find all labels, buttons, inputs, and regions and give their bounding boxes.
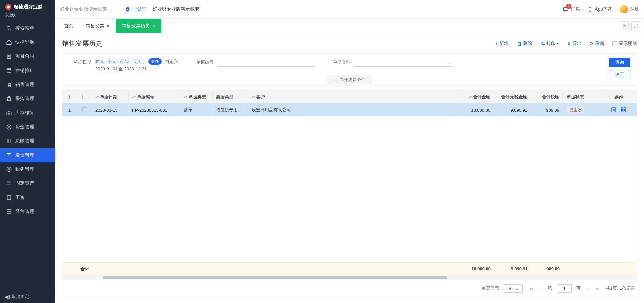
nav-label: 搜索菜单	[15, 25, 34, 31]
topbar-actions: 1 消息 App下载 珠珠	[562, 5, 639, 13]
col-amount[interactable]: ▴▾合计金额	[457, 91, 494, 103]
cell-ops	[600, 103, 637, 116]
nav-label: 快捷导航	[15, 39, 34, 45]
last-page-button[interactable]: ⏭	[594, 286, 601, 291]
asset-icon	[6, 180, 12, 186]
nav-assets[interactable]: 固定资产	[0, 176, 55, 190]
row-index: 1	[62, 103, 77, 116]
chip-today[interactable]: 今天	[107, 59, 116, 65]
nav-business[interactable]: 经营管理	[0, 205, 55, 219]
nav-contract[interactable]: 项目合同	[0, 49, 55, 63]
nav-quick[interactable]: 快捷导航	[0, 35, 55, 49]
col-noamt-label: 合计无税金额	[501, 94, 527, 100]
nav-purchase[interactable]: 采购管理	[0, 92, 55, 106]
sidebar-collapse[interactable]: ◀‖ 取消固定	[0, 290, 55, 303]
cell-btype: 蓝单	[180, 103, 213, 116]
chip-yesterday[interactable]: 昨天	[95, 59, 104, 65]
close-icon[interactable]: ✕	[106, 24, 110, 28]
messages-button[interactable]: 1 消息	[562, 6, 580, 12]
close-icon[interactable]: ✕	[152, 24, 155, 28]
nav-ledger[interactable]: 总账管理	[0, 134, 55, 148]
type-select[interactable]: ⌄	[355, 58, 452, 67]
show-detail-toggle[interactable]: 显示明细	[612, 41, 637, 47]
tab-home[interactable]: 首页	[58, 19, 79, 33]
verified-label: 已认证	[132, 6, 147, 12]
query-button[interactable]: 查询	[609, 58, 630, 67]
expand-filters-button[interactable]: ⌄展开更多条件	[327, 75, 372, 84]
home-icon	[6, 39, 12, 45]
refresh-button[interactable]: ⟳刷新	[590, 41, 604, 47]
chip-1month[interactable]: 近1月	[134, 59, 145, 65]
print-icon: 🖶	[540, 41, 545, 46]
trash-icon: 🗑	[517, 41, 522, 46]
invoice-icon	[6, 152, 12, 158]
nav-search[interactable]: 搜索菜单	[0, 21, 55, 35]
col-select-all[interactable]	[77, 91, 92, 103]
add-button[interactable]: +新增	[495, 41, 509, 47]
totals-label: 合计:	[77, 263, 107, 275]
verified-badge: 已认证	[125, 6, 147, 12]
qr-icon[interactable]	[620, 107, 626, 113]
nav-label: 资金管理	[15, 124, 34, 130]
refresh-label: 刷新	[595, 41, 604, 47]
fullscreen-button[interactable]: ⛶	[631, 21, 640, 30]
close-all-tabs-button[interactable]: ✕	[620, 21, 629, 30]
horizontal-scrollbar[interactable]	[62, 275, 637, 280]
col-btype[interactable]: ▴▾单据类型	[180, 91, 213, 103]
nav-salary[interactable]: 工资	[0, 190, 55, 205]
code-input[interactable]	[218, 58, 315, 67]
next-page-button[interactable]: ›	[585, 286, 589, 291]
tab-label: 销售发票历史	[122, 23, 150, 29]
export-button[interactable]: ⇩导出	[567, 41, 582, 47]
view-icon[interactable]	[611, 107, 617, 113]
account-name: 好业财专业版演示帐套	[153, 6, 200, 12]
cell-status: 已生效	[563, 103, 600, 116]
book-icon	[6, 138, 12, 144]
chip-more[interactable]: 更多	[148, 58, 162, 65]
prev-page-button[interactable]: ‹	[539, 286, 543, 291]
nav-sales[interactable]: 销售管理	[0, 78, 55, 92]
account-selector[interactable]: 好业财专业版演示帐套 ⌄	[60, 6, 119, 12]
app-download-button[interactable]: App下载	[587, 6, 612, 12]
page-input[interactable]	[557, 284, 572, 293]
svg-rect-16	[7, 154, 11, 157]
brand: 畅捷通好业财	[0, 0, 55, 13]
settings-button[interactable]: 设置	[609, 70, 630, 79]
invoice-link[interactable]: FP-20230313-001	[132, 107, 167, 113]
chip-custom[interactable]: 自定义	[165, 59, 178, 65]
col-customer[interactable]: ▴▾客户	[248, 91, 457, 103]
print-button[interactable]: 🖶打印▾	[540, 41, 559, 47]
gift-icon	[6, 68, 12, 74]
first-page-button[interactable]: ⏮	[527, 286, 534, 291]
per-page-select[interactable]: 50⌄	[504, 284, 522, 293]
tab-sales-invoice[interactable]: 销售发票✕	[79, 19, 116, 33]
chevron-down-icon: ⌄	[110, 7, 113, 12]
messages-label: 消息	[571, 6, 580, 12]
col-itype-label: 票据类型	[216, 94, 233, 100]
col-date[interactable]: ▴▾单据日期	[92, 91, 129, 103]
row-select[interactable]	[77, 103, 92, 116]
data-table: ▴▾单据日期 ▴▾单据编号 ▴▾单据类型 票据类型 ▴▾客户 ▴▾合计金额 合计…	[62, 90, 637, 297]
show-detail-label: 显示明细	[619, 41, 637, 47]
table-row[interactable]: 1 2023-03-13 FP-20230313-001 蓝单 增值税专用...…	[62, 103, 637, 116]
nav-marketing[interactable]: 营销推广	[0, 63, 55, 78]
nav-label: 工资	[15, 194, 25, 201]
nav-inventory[interactable]: 库存核算	[0, 106, 55, 120]
salary-icon	[6, 194, 12, 201]
collapse-icon: ◀‖	[5, 294, 10, 299]
chip-7days[interactable]: 近7天	[119, 59, 130, 65]
user-name: 珠珠	[630, 6, 639, 12]
table-body: 1 2023-03-13 FP-20230313-001 蓝单 增值税专用...…	[62, 103, 637, 262]
nav-tax[interactable]: 税务管理	[0, 162, 55, 176]
tab-sales-invoice-history[interactable]: 销售发票历史✕	[116, 19, 161, 33]
col-code[interactable]: ▴▾单据编号	[129, 91, 180, 103]
delete-button[interactable]: 🗑删除	[517, 41, 532, 47]
chevron-down-icon: ⌄	[334, 77, 337, 82]
user-menu[interactable]: 珠珠	[620, 5, 639, 13]
svg-rect-14	[7, 139, 11, 143]
totals-amount: 10,000.00	[457, 263, 494, 275]
nav-funds[interactable]: ¥资金管理	[0, 120, 55, 134]
nav-invoice[interactable]: 发票管理	[0, 148, 55, 162]
col-settings[interactable]	[62, 91, 77, 103]
tax-icon	[6, 166, 12, 172]
